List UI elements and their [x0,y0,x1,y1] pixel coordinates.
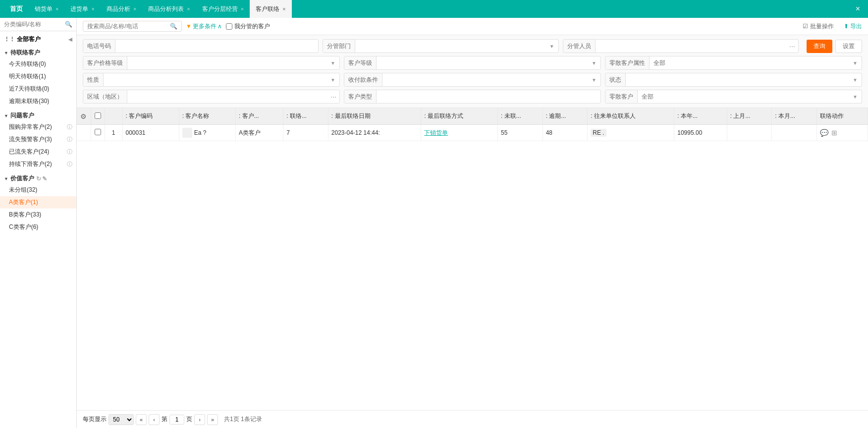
price-level-filter: 客户价格等级 ▼ [83,56,340,70]
retail-customer-dropdown[interactable]: 全部 ▼ [638,93,862,101]
sidebar-search-icon[interactable]: 🔍 [65,21,72,28]
close-app-button[interactable]: × [852,4,864,13]
grid-icon[interactable]: ⊞ [831,129,837,137]
more-conditions-btn[interactable]: ▼ 更多条件 ∧ [186,22,222,31]
nav-sales[interactable]: 销货单 × [29,0,64,18]
nav-purchase[interactable]: 进货单 × [64,0,100,18]
table-container: ⚙ : 客户编码 : 客户名称 [77,108,868,410]
row-last-unit: RE . [588,125,674,141]
prev-page-btn[interactable]: ‹ [149,414,160,425]
refresh-icon[interactable]: ↻ [36,175,41,182]
row-checkbox[interactable] [95,129,101,135]
name-text: Ea ? [194,129,207,136]
row-name[interactable]: Ea ? [179,125,235,141]
col-settings: ⚙ [77,108,91,125]
bottom-bar: 每页显示 50 100 200 « ‹ 第 页 › » 共1页 1条记录 [77,410,868,428]
nav-customer-contact[interactable]: 客户联络 × [250,0,291,18]
customer-type-input[interactable] [377,93,600,100]
close-customer-tier-tab[interactable]: × [241,6,244,12]
first-page-btn[interactable]: « [136,414,147,425]
export-icon: ⬆ [844,23,849,30]
nav-goods-list[interactable]: 商品分析列表 × [142,0,196,18]
level-caret: ▼ [592,60,597,66]
page-input[interactable] [169,415,184,425]
close-goods-list-tab[interactable]: × [187,6,190,12]
region-input[interactable] [127,93,327,100]
page-size-label: 每页显示 [83,415,107,424]
page-size-select[interactable]: 50 100 200 [108,414,134,425]
dept-caret: ▼ [549,44,554,49]
value-customers-title[interactable]: ▼ 价值客户 ↻ ✎ [0,172,76,184]
total-page-label: 页 [186,415,192,424]
settings-icon[interactable]: ⚙ [80,112,87,120]
edit-icon[interactable]: ✎ [42,175,47,182]
table-header: ⚙ : 客户编码 : 客户名称 [77,108,868,125]
batch-op-button[interactable]: ☑ 批量操作 [803,22,833,31]
churned[interactable]: 已流失客户(24) ⓘ [0,146,76,158]
payment-label: 收付款条件 [344,73,382,86]
comment-icon[interactable]: 💬 [820,129,828,137]
price-level-dropdown[interactable]: ▼ [127,60,339,66]
nature-dropdown[interactable]: ▼ [104,77,339,83]
row-level: A类客户 [235,125,283,141]
tomorrow-pending[interactable]: 明天待联络(1) [0,70,76,83]
dept-filter: 分管部门 ▼ [323,39,558,53]
col-last-date: : 最后联络日期 [328,108,421,125]
overdue-pending[interactable]: 逾期未联络(30) [0,95,76,107]
class-a-customers[interactable]: A类客户(1) [0,196,76,209]
next-page-btn[interactable]: › [194,414,205,425]
table-row: 1 000031 Ea ? A类客户 7 2023-04-12 14:44: [77,125,868,141]
row-this-year: 10995.00 [674,125,727,141]
status-dropdown[interactable]: ▼ [626,77,862,83]
payment-dropdown[interactable]: ▼ [382,77,600,83]
pending-contact-title[interactable]: ▼ 待联络客户 [0,47,76,58]
page-label: 第 [162,415,167,424]
search-icon[interactable]: 🔍 [170,23,177,30]
all-customers-header[interactable]: ⋮⋮ 全部客户 ◀ [0,31,76,46]
close-customer-contact-tab[interactable]: × [282,6,285,12]
search-input[interactable] [87,23,168,30]
pagination: 每页显示 50 100 200 « ‹ 第 页 › » 共1页 1条记录 [83,414,262,425]
last-page-btn[interactable]: » [207,414,218,425]
region-more[interactable]: ··· [327,93,339,101]
export-button[interactable]: ⬆ 导出 [844,22,862,31]
reset-button[interactable]: 设置 [835,40,862,53]
retail-attr-dropdown[interactable]: 全部 ▼ [650,59,862,67]
class-b-customers[interactable]: B类客户(33) [0,209,76,221]
hoarding-abnormal[interactable]: 囤购异常客户(2) ⓘ [0,121,76,133]
retail-customer-label: 零散客户 [605,90,638,103]
nav-customer-tier[interactable]: 客户分层经营 × [196,0,250,18]
row-code: 000031 [122,125,179,141]
nav-home[interactable]: 首页 [4,0,29,18]
my-customers-toggle[interactable]: 我分管的客户 [226,22,270,31]
search-button[interactable]: 查询 [807,40,832,53]
row-settings-cell [77,125,91,141]
close-goods-analysis-tab[interactable]: × [133,6,136,12]
search-box: 🔍 [83,21,182,32]
manager-input[interactable] [596,43,787,50]
today-pending[interactable]: 今天待联络(0) [0,58,76,70]
churn-warning[interactable]: 流失预警客户(3) ⓘ [0,133,76,146]
sidebar-search-input[interactable] [4,21,63,28]
expand-icon-3: ▼ [4,176,8,181]
customer-level-dropdown[interactable]: ▼ [377,60,600,66]
my-customers-checkbox[interactable] [226,23,232,30]
last-method-link[interactable]: 下销货单 [424,129,448,136]
problem-customers-title[interactable]: ▼ 问题客户 [0,109,76,121]
nav-goods-analysis[interactable]: 商品分析 × [101,0,142,18]
dept-dropdown[interactable]: ▼ [355,44,558,49]
col-checkbox [91,108,105,125]
select-all-checkbox[interactable] [95,112,101,119]
info-icon-1: ⓘ [67,123,72,131]
unclassified[interactable]: 未分组(32) [0,184,76,196]
phone-input[interactable] [115,43,318,50]
col-code: : 客户编码 [122,108,179,125]
week-pending[interactable]: 近7天待联络(0) [0,83,76,95]
row-this-month [772,125,817,141]
manager-more[interactable]: ··· [786,42,798,50]
close-purchase-tab[interactable]: × [91,6,94,12]
class-c-customers[interactable]: C类客户(6) [0,221,76,233]
close-sales-tab[interactable]: × [55,6,58,12]
declining[interactable]: 持续下滑客户(2) ⓘ [0,158,76,170]
sidebar-search-container: 🔍 [0,18,76,31]
